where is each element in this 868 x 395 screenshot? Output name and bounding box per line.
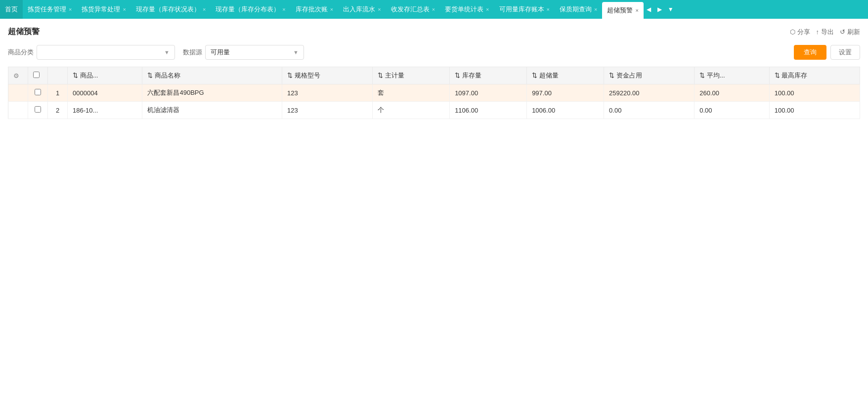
td-product-name: 机油滤清器 [142, 102, 282, 119]
th-product-name: ⇅ 商品名称 [142, 67, 282, 84]
td-spec: 123 [282, 84, 373, 102]
chevron-down-icon: ▼ [164, 49, 170, 55]
th-capital: ⇅ 资金占用 [604, 67, 694, 84]
refresh-button[interactable]: ↺ 刷新 [840, 28, 860, 37]
td-overstock: 997.00 [527, 84, 604, 102]
close-icon[interactable]: × [635, 7, 638, 13]
close-icon[interactable]: × [282, 6, 285, 12]
td-product-code: 0000004 [68, 84, 142, 102]
datasource-filter: 数据源 可用量 ▼ [183, 45, 304, 60]
close-icon[interactable]: × [123, 6, 126, 12]
filter-bar: 商品分类 ▼ 数据源 可用量 ▼ 查询 设置 [8, 45, 860, 60]
page-title: 超储预警 [8, 27, 40, 37]
td-stock: 1106.00 [450, 102, 527, 119]
th-no [48, 67, 68, 84]
table-row: 2 186-10... 机油滤清器 123 个 1106.00 1006.00 … [8, 102, 860, 119]
td-max-stock: 100.00 [769, 84, 860, 102]
nav-summary[interactable]: 收发存汇总表 × [386, 0, 440, 19]
table-header-row: ⚙ ⇅ 商品... ⇅ 商品名称 ⇅ 规格型号 ⇅ 主计量 [8, 67, 860, 84]
category-filter: 商品分类 ▼ [8, 45, 175, 60]
category-select[interactable]: ▼ [37, 45, 175, 60]
th-product-code: ⇅ 商品... [68, 67, 142, 84]
settings-icon[interactable]: ⚙ [13, 72, 19, 79]
nav-inout-flow[interactable]: 出入库流水 × [338, 0, 386, 19]
th-unit: ⇅ 主计量 [373, 67, 450, 84]
td-product-code: 186-10... [68, 102, 142, 119]
close-icon[interactable]: × [486, 6, 489, 12]
settings-button[interactable]: 设置 [830, 45, 860, 60]
td-gear [8, 84, 28, 102]
td-avg: 0.00 [694, 102, 769, 119]
nav-shelf-life[interactable]: 保质期查询 × [555, 0, 602, 19]
nav-stock-dist[interactable]: 现存量（库存分布表） × [211, 0, 290, 19]
main-content: 超储预警 ⬡ 分享 ↑ 导出 ↺ 刷新 商品分类 ▼ 数据源 [0, 19, 868, 395]
td-no: 1 [48, 84, 68, 102]
close-icon[interactable]: × [203, 6, 206, 12]
query-button[interactable]: 查询 [794, 45, 826, 60]
data-table: ⚙ ⇅ 商品... ⇅ 商品名称 ⇅ 规格型号 ⇅ 主计量 [8, 67, 860, 119]
close-icon[interactable]: × [594, 6, 597, 12]
nav-exception[interactable]: 拣货异常处理 × [77, 0, 130, 19]
nav-home[interactable]: 首页 [0, 0, 23, 19]
export-button[interactable]: ↑ 导出 [816, 28, 834, 37]
th-overstock: ⇅ 超储量 [527, 67, 604, 84]
category-label: 商品分类 [8, 48, 34, 57]
nav-overstock-warning[interactable]: 超储预警 × [602, 2, 643, 19]
nav-order-stats[interactable]: 要货单统计表 × [440, 0, 494, 19]
share-icon: ⬡ [790, 28, 795, 36]
td-stock: 1097.00 [450, 84, 527, 102]
row-checkbox[interactable] [35, 89, 41, 95]
td-no: 2 [48, 102, 68, 119]
share-button[interactable]: ⬡ 分享 [790, 28, 810, 37]
datasource-select[interactable]: 可用量 ▼ [205, 45, 304, 60]
th-avg: ⇅ 平均... [694, 67, 769, 84]
refresh-icon: ↺ [840, 28, 845, 36]
chevron-down-icon: ▼ [293, 49, 299, 55]
td-checkbox [28, 102, 48, 119]
top-nav: 首页 拣货任务管理 × 拣货异常处理 × 现存量（库存状况表） × 现存量（库存… [0, 0, 868, 19]
select-all-checkbox[interactable] [33, 72, 40, 78]
nav-prev-button[interactable]: ◀ [644, 0, 654, 19]
row-checkbox[interactable] [35, 106, 41, 113]
nav-task-mgmt[interactable]: 拣货任务管理 × [23, 0, 77, 19]
datasource-select-value: 可用量 [211, 48, 230, 57]
nav-more-button[interactable]: ▼ [665, 0, 676, 19]
close-icon[interactable]: × [432, 6, 435, 12]
th-checkbox [28, 67, 48, 84]
td-capital: 0.00 [604, 102, 694, 119]
filter-actions: 查询 设置 [794, 45, 860, 60]
td-unit: 个 [373, 102, 450, 119]
td-unit: 套 [373, 84, 450, 102]
close-icon[interactable]: × [378, 6, 381, 12]
close-icon[interactable]: × [330, 6, 333, 12]
page-header: 超储预警 ⬡ 分享 ↑ 导出 ↺ 刷新 [8, 27, 860, 37]
th-gear: ⚙ [8, 67, 28, 84]
nav-stock-status[interactable]: 现存量（库存状况表） × [131, 0, 211, 19]
close-icon[interactable]: × [547, 6, 550, 12]
td-capital: 259220.00 [604, 84, 694, 102]
nav-available-account[interactable]: 可用量库存账本 × [494, 0, 555, 19]
export-icon: ↑ [816, 28, 820, 36]
td-checkbox [28, 84, 48, 102]
td-max-stock: 100.00 [769, 102, 860, 119]
td-gear [8, 102, 28, 119]
td-overstock: 1006.00 [527, 102, 604, 119]
close-icon[interactable]: × [69, 6, 72, 12]
nav-next-button[interactable]: ▶ [654, 0, 665, 19]
th-spec: ⇅ 规格型号 [282, 67, 373, 84]
td-spec: 123 [282, 102, 373, 119]
th-max-stock: ⇅ 最高库存 [769, 67, 860, 84]
th-stock: ⇅ 库存量 [450, 67, 527, 84]
table-row: 1 0000004 六配套新昌490BPG 123 套 1097.00 997.… [8, 84, 860, 102]
td-product-name: 六配套新昌490BPG [142, 84, 282, 102]
header-actions: ⬡ 分享 ↑ 导出 ↺ 刷新 [790, 28, 861, 37]
nav-batch-account[interactable]: 库存批次账 × [291, 0, 338, 19]
datasource-label: 数据源 [183, 48, 202, 57]
td-avg: 260.00 [694, 84, 769, 102]
